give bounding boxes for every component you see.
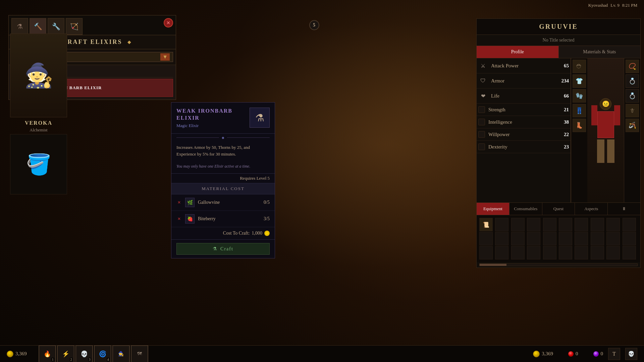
inv-slot-0-6[interactable]: [575, 218, 588, 231]
inv-slot-0-7[interactable]: [591, 218, 604, 231]
tab-pause[interactable]: ⏸: [608, 203, 640, 215]
stat-attack-power: ⚔ Attack Power 65: [477, 58, 571, 73]
button-t[interactable]: T: [608, 348, 620, 360]
tab-quest[interactable]: Quest: [542, 203, 575, 215]
inv-slot-2-2[interactable]: [511, 246, 525, 259]
inv-slot-2-8[interactable]: [606, 246, 620, 259]
inv-slot-0-0[interactable]: 📜: [479, 218, 493, 231]
tab-consumables[interactable]: Consumables: [509, 203, 542, 215]
inv-slot-2-9[interactable]: [623, 246, 636, 259]
stat-icon-intelligence: [478, 119, 485, 125]
inv-slot-0-1[interactable]: [495, 218, 508, 231]
inv-slot-2-5[interactable]: [559, 246, 572, 259]
inv-slot-0-2[interactable]: [511, 218, 525, 231]
inventory-scrollbar[interactable]: [479, 263, 638, 266]
gold-orb-left: [7, 351, 13, 357]
char-tab-materials[interactable]: Materials & Stats: [559, 46, 641, 58]
purple-value: 0: [601, 351, 603, 357]
inv-slot-1-6[interactable]: [575, 232, 588, 245]
inv-slot-1-0[interactable]: [479, 232, 493, 245]
skill-slot-3[interactable]: 💀 3: [75, 345, 93, 362]
tab-equipment[interactable]: Equipment: [477, 203, 509, 215]
stat-icon-dexterity: [478, 143, 485, 150]
stat-value-strength: 21: [557, 107, 569, 113]
equip-slot-amulet[interactable]: 📿: [626, 60, 639, 73]
tooltip-divider-1: ◆: [171, 134, 275, 141]
char-right-side: ⛑ 👕 🧤 👖 👢 😐: [571, 58, 640, 202]
equip-slot-ring1[interactable]: 💍: [626, 74, 639, 88]
craft-tab-upgrade[interactable]: 🔧: [48, 18, 64, 35]
stat-name-willpower: Willpower: [488, 132, 554, 137]
material-count-biteberry: 3/5: [264, 216, 270, 222]
inv-slot-0-9[interactable]: [623, 218, 636, 231]
craft-button[interactable]: ⚗ Craft: [176, 243, 270, 255]
char-panel-name: GRUUVIE: [477, 19, 640, 35]
inv-slot-1-3[interactable]: [527, 232, 540, 245]
stat-strength: Strength 21: [477, 104, 571, 116]
equip-slot-chest[interactable]: 👕: [573, 74, 586, 88]
button-skull[interactable]: 💀: [625, 348, 637, 360]
bottom-bar: 3,369 🔥 1 ⚡ 2 💀 3 🌀 4 🧙 🗺 3: [0, 345, 644, 362]
left-equip-slots: ⛑ 👕 🧤 👖 👢: [571, 58, 587, 202]
skill-slot-map[interactable]: 🗺: [131, 345, 148, 362]
cost-value: 1,000: [252, 231, 263, 236]
equip-slot-boots[interactable]: 👢: [573, 119, 586, 132]
skill-slot-1[interactable]: 🔥 1: [39, 345, 56, 362]
char-legs: [597, 139, 614, 163]
tab-aspects[interactable]: Aspects: [575, 203, 608, 215]
inv-slot-2-7[interactable]: [591, 246, 604, 259]
stat-name-strength: Strength: [488, 107, 554, 113]
equip-slot-offhand[interactable]: 🪃: [626, 119, 639, 132]
inv-slot-2-4[interactable]: [543, 246, 556, 259]
craft-tab-potion[interactable]: ⚗: [11, 18, 28, 35]
equip-slot-ring2[interactable]: 💍: [626, 89, 639, 103]
inv-slot-0-3[interactable]: [527, 218, 540, 231]
inv-slot-1-9[interactable]: [623, 232, 636, 245]
inv-slot-1-1[interactable]: [495, 232, 508, 245]
equip-slot-pants[interactable]: 👖: [573, 104, 586, 117]
material-count-gallowvine: 0/5: [264, 200, 270, 205]
char-tab-profile[interactable]: Profile: [477, 46, 559, 58]
tooltip-panel: WEAK IRONBARB ELIXIR Magic Elixir ⚗ ◆ In…: [171, 102, 275, 258]
inv-slot-1-5[interactable]: [559, 232, 572, 245]
inv-slot-2-1[interactable]: [495, 246, 508, 259]
tooltip-header: WEAK IRONBARB ELIXIR Magic Elixir ⚗: [171, 103, 275, 134]
stat-life: ❤ Life 66: [477, 88, 571, 104]
stat-armor: 🛡 Armor 234: [477, 73, 571, 88]
material-icon-biteberry: 🍓: [185, 214, 195, 224]
craft-tab-elixir[interactable]: 🔨: [30, 18, 46, 35]
user-time: 8:21 PM: [622, 3, 637, 8]
inv-slot-1-7[interactable]: [591, 232, 604, 245]
npc-portrait: 🧙: [10, 34, 67, 117]
inv-slot-2-3[interactable]: [527, 246, 540, 259]
stat-icon-armor: 🛡: [478, 76, 488, 85]
red-value: 0: [576, 351, 578, 357]
equip-slot-weapon[interactable]: 🗡: [626, 104, 639, 117]
skill-slot-2[interactable]: ⚡ 2: [57, 345, 74, 362]
craft-tab-transmute[interactable]: 🏹: [66, 18, 83, 35]
skill-slot-4[interactable]: 🌀 4: [94, 345, 111, 362]
material-icon-gallowvine: 🌿: [185, 198, 195, 207]
stat-icon-willpower: [478, 131, 485, 138]
stat-value-attack: 65: [557, 63, 569, 69]
inv-slot-1-4[interactable]: [543, 232, 556, 245]
inventory-scrollbar-thumb: [480, 264, 506, 266]
inv-slot-2-0[interactable]: [479, 246, 493, 259]
tooltip-material-header: MATERIAL COST: [171, 183, 275, 194]
equip-slot-gloves[interactable]: 🧤: [573, 89, 586, 103]
skill-slot-char[interactable]: 🧙: [112, 345, 130, 362]
inv-slot-0-4[interactable]: [543, 218, 556, 231]
inv-slot-1-2[interactable]: [511, 232, 525, 245]
inv-slot-2-6[interactable]: [575, 246, 588, 259]
craft-close-button[interactable]: ✕: [164, 18, 173, 27]
craft-icon: ⚗: [213, 246, 218, 252]
char-stats-column: ⚔ Attack Power 65 🛡 Armor 234 ❤ Life 66 …: [477, 58, 571, 202]
inv-slot-0-8[interactable]: [606, 218, 620, 231]
inv-slot-0-5[interactable]: [559, 218, 572, 231]
equip-slot-helmet[interactable]: ⛑: [573, 60, 586, 73]
tooltip-material-biteberry: ✕ 🍓 Biteberry 3/5: [171, 211, 275, 227]
inv-slot-1-8[interactable]: [606, 232, 620, 245]
char-arms: [591, 105, 620, 125]
stat-willpower: Willpower 22: [477, 128, 571, 141]
craft-tabs: ⚗ 🔨 🔧 🏹: [9, 15, 176, 35]
